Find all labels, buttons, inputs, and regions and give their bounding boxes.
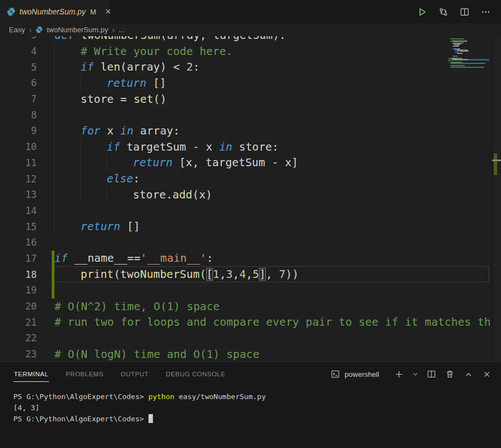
line-number: 23: [0, 349, 37, 360]
maximize-panel-icon[interactable]: [463, 369, 474, 380]
minimap-line: [453, 59, 468, 60]
launch-profile-chevron-icon[interactable]: [411, 369, 419, 380]
panel-tab-problems[interactable]: PROBLEMS: [65, 362, 104, 386]
kill-terminal-trash-icon[interactable]: [444, 369, 455, 380]
code-line[interactable]: 10if targetSum - x in store:: [0, 139, 490, 155]
code-line[interactable]: 3def twoNumberSum(array, targetSum):: [0, 36, 490, 43]
code-line[interactable]: 9for x in array:: [0, 123, 490, 139]
code-line[interactable]: 11return [x, targetSum - x]: [0, 155, 490, 171]
run-python-file-icon[interactable]: [416, 6, 428, 17]
code-text: def twoNumberSum(array, targetSum):: [37, 36, 286, 42]
git-added-gutter-marker: [52, 282, 54, 298]
code-line[interactable]: 21# run two for loops and compare every …: [0, 314, 490, 330]
code-line[interactable]: 5if len(array) < 2:: [0, 59, 490, 75]
git-added-gutter-marker: [52, 266, 54, 282]
terminal-line: [4, 3]: [13, 402, 501, 414]
code-line[interactable]: 13store.add(x): [0, 187, 490, 203]
panel-actions: powershell: [330, 369, 492, 380]
close-panel-icon[interactable]: [481, 369, 492, 380]
line-number: 11: [0, 157, 37, 168]
minimap[interactable]: [450, 36, 489, 361]
line-number: 10: [0, 141, 37, 152]
code-line[interactable]: 7store = set(): [0, 91, 490, 107]
line-number: 9: [0, 125, 37, 136]
code-editor[interactable]: 3def twoNumberSum(array, targetSum):4# W…: [0, 36, 501, 361]
code-line[interactable]: 14: [0, 203, 490, 219]
code-line[interactable]: 12else:: [0, 171, 490, 187]
code-text: if len(array) < 2:: [37, 61, 200, 73]
code-text: store = set(): [37, 93, 167, 106]
terminal-cursor: [148, 414, 153, 423]
code-text: return []: [37, 220, 140, 233]
code-line[interactable]: 8: [0, 107, 490, 123]
code-text: if targetSum - x in store:: [37, 141, 279, 153]
code-line[interactable]: 15return []: [0, 218, 490, 235]
open-changes-icon[interactable]: [438, 6, 449, 17]
code-line[interactable]: 6return []: [0, 75, 490, 91]
code-text: # run two for loops and compare every pa…: [37, 316, 490, 328]
terminal-instance[interactable]: powershell: [330, 369, 379, 380]
minimap-git-marker: [449, 58, 450, 62]
code-text: else:: [37, 172, 140, 185]
terminal-line: PS G:\Python\AlgoExpert\Codes> python ea…: [13, 391, 501, 402]
line-number: 7: [0, 93, 37, 104]
code-line[interactable]: 20# O(N^2) time, O(1) space: [0, 298, 490, 315]
code-text: store.add(x): [37, 188, 212, 201]
overview-ruler-scrollbar[interactable]: [492, 36, 501, 361]
code-line[interactable]: 19: [0, 282, 490, 298]
code-text: # O(N^2) time, O(1) space: [37, 300, 220, 313]
code-line[interactable]: 17if __name__=='__main__':: [0, 251, 490, 267]
panel-tab-output[interactable]: OUTPUT: [120, 362, 149, 386]
minimap-line: [457, 51, 469, 52]
code-text: return []: [37, 77, 166, 89]
code-line[interactable]: 23# O(N logN) time and O(1) space: [0, 346, 490, 361]
line-number: 13: [0, 189, 37, 200]
tab-close-icon[interactable]: [105, 8, 112, 16]
editor-tab-bar: twoNumberSum.py M: [0, 0, 501, 23]
line-number: 20: [0, 301, 37, 312]
line-number: 14: [0, 205, 37, 216]
indent-guide: [54, 107, 54, 123]
code-text: print(twoNumberSum([1,3,4,5], 7)): [37, 268, 299, 281]
code-line[interactable]: 16: [0, 235, 490, 251]
overview-cursor-marker: [492, 160, 501, 161]
terminal-shell-label: powershell: [345, 370, 379, 379]
python-file-icon-small: [36, 26, 43, 34]
line-number: 19: [0, 285, 37, 296]
new-terminal-icon[interactable]: [393, 369, 404, 380]
bottom-panel: TERMINALPROBLEMSOUTPUTDEBUG CONSOLE powe…: [0, 361, 501, 448]
split-terminal-icon[interactable]: [426, 369, 437, 380]
breadcrumb-symbol-more[interactable]: ...: [118, 26, 125, 34]
git-added-gutter-marker: [52, 251, 54, 267]
code-rows: 3def twoNumberSum(array, targetSum):4# W…: [0, 36, 490, 361]
indent-guide: [54, 203, 54, 219]
minimap-line: [453, 46, 459, 47]
line-number: 22: [0, 332, 37, 344]
line-number: 17: [0, 253, 37, 264]
breadcrumb-folder[interactable]: Easy: [9, 26, 25, 34]
more-actions-icon[interactable]: [480, 6, 491, 17]
overview-git-added-marker: [494, 153, 497, 175]
line-number: 4: [0, 46, 37, 57]
terminal-output[interactable]: PS G:\Python\AlgoExpert\Codes> python ea…: [0, 386, 501, 425]
code-line[interactable]: 4# Write your code here.: [0, 43, 490, 59]
code-line[interactable]: 22: [0, 330, 490, 346]
code-line[interactable]: 18print(twoNumberSum([1,3,4,5], 7)): [0, 266, 490, 282]
tab-modified-badge: M: [90, 8, 96, 16]
line-number: 12: [0, 173, 37, 185]
minimap-line: [450, 38, 464, 39]
tab-twoNumberSum[interactable]: twoNumberSum.py M: [0, 0, 110, 23]
line-number: 8: [0, 109, 37, 121]
breadcrumb-file[interactable]: twoNumberSum.py: [47, 26, 108, 34]
panel-tab-debug-console[interactable]: DEBUG CONSOLE: [165, 362, 226, 386]
code-pane[interactable]: 3def twoNumberSum(array, targetSum):4# W…: [0, 36, 490, 361]
panel-header: TERMINALPROBLEMSOUTPUTDEBUG CONSOLE powe…: [0, 362, 501, 386]
split-editor-icon[interactable]: [459, 6, 470, 17]
line-number: 5: [0, 62, 37, 73]
line-number: 3: [0, 36, 37, 41]
line-number: 18: [0, 269, 37, 280]
line-number: 21: [0, 317, 37, 328]
panel-tab-terminal[interactable]: TERMINAL: [13, 362, 49, 386]
editor-actions: [416, 0, 501, 23]
terminal-icon: [330, 369, 341, 380]
